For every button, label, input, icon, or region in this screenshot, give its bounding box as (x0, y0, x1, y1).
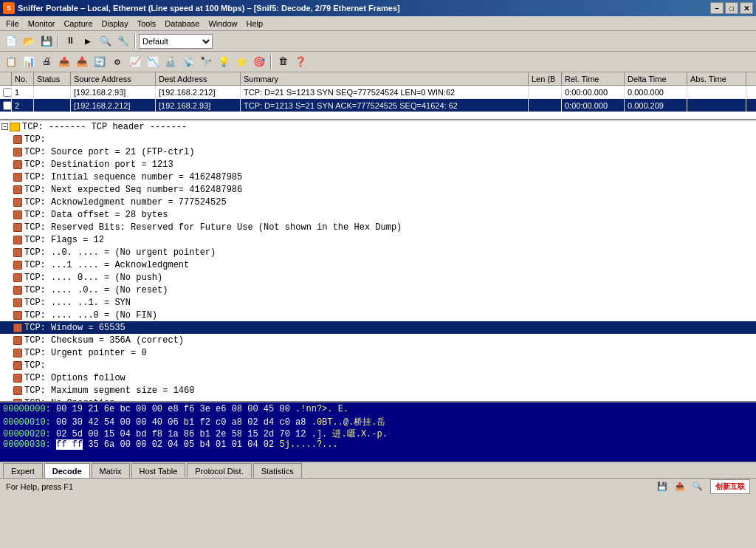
hex-bytes-1: 00 30 42 54 00 00 40 06 b1 f2 c0 a8 02 d… (56, 417, 306, 428)
decode-line-2: TCP: Source port = 21 (FTP-ctrl) (0, 145, 756, 158)
menu-tools[interactable]: Tools (133, 18, 161, 30)
title-bar: S Sniffer Portable – Local, Ethernet (Li… (0, 0, 756, 16)
app-icon: S (3, 2, 15, 14)
menu-monitor[interactable]: Monitor (24, 18, 60, 30)
decode-line-16: TCP: Window = 65535 (0, 321, 756, 334)
tb2-help[interactable]: ❓ (292, 54, 309, 70)
collapse-icon[interactable]: - (1, 123, 8, 130)
book-icon-1 (13, 135, 22, 144)
decode-line-4: TCP: Initial sequence number = 416248798… (0, 171, 756, 183)
hex-offset-1: 00000010: (3, 417, 51, 428)
decode-text-10: TCP: ..0. .... = (No urgent pointer) (24, 247, 216, 258)
menu-help[interactable]: Help (242, 18, 268, 30)
decode-text-5: TCP: Next expected Seq number= 416248798… (24, 185, 242, 195)
tab-expert[interactable]: Expert (3, 463, 43, 478)
decode-line-18: TCP: Urgent pointer = 0 (0, 346, 756, 359)
book-icon-12 (13, 273, 22, 282)
tab-protocol-dist[interactable]: Protocol Dist. (187, 463, 251, 478)
tb2-btn-15[interactable]: 🎯 (251, 54, 267, 70)
tb2-btn-5[interactable]: 📥 (74, 54, 90, 70)
tb2-btn-4[interactable]: 📤 (56, 54, 72, 70)
col-header-rel: Rel. Time (562, 72, 625, 85)
stop-button[interactable]: ⏸ (62, 33, 78, 49)
decode-text-11: TCP: ...1 .... = Acknowledgment (24, 260, 189, 270)
decode-line-9: TCP: Flags = 12 (0, 233, 756, 246)
row2-delta: 0.000.209 (625, 99, 687, 112)
tb2-btn-1[interactable]: 📋 (3, 54, 19, 70)
toolbar-1: 📄 📂 💾 ⏸ ▶ 🔍 🔧 Default (0, 31, 756, 52)
new-button[interactable]: 📄 (3, 33, 19, 49)
save-button[interactable]: 💾 (38, 33, 55, 49)
book-icon-3 (13, 160, 22, 169)
decode-line-17: TCP: Checksum = 356A (correct) (0, 334, 756, 346)
hex-offset-3: 00000030: (3, 439, 51, 450)
decode-line-19: TCP: (0, 359, 756, 371)
row2-no: 2 (12, 99, 34, 112)
decode-line-22: TCP: No-Operation (0, 397, 756, 403)
tab-host-table[interactable]: Host Table (131, 463, 186, 478)
tb2-btn-8[interactable]: 📈 (127, 54, 143, 70)
row2-src: [192.168.2.212] (71, 99, 156, 112)
menu-capture[interactable]: Capture (59, 18, 97, 30)
decode-line-8: TCP: Reserved Bits: Reserved for Future … (0, 221, 756, 233)
close-button[interactable]: ✕ (740, 2, 753, 14)
decode-line-13: TCP: .... .0.. = (No reset) (0, 284, 756, 296)
toolbar-separator-1 (58, 34, 59, 49)
profile-dropdown[interactable]: Default (139, 34, 213, 49)
tb2-btn-10[interactable]: 🔬 (162, 54, 179, 70)
play-button[interactable]: ▶ (80, 33, 96, 49)
tab-statistics[interactable]: Statistics (253, 463, 302, 478)
decode-text-6: TCP: Acknowledgment number = 777524525 (24, 197, 227, 208)
menu-display[interactable]: Display (97, 18, 133, 30)
tb2-btn-16[interactable]: 🗑 (275, 54, 291, 70)
hex-bytes-0: 00 19 21 6e bc 00 00 e8 f6 3e e6 08 00 4… (56, 404, 295, 414)
row1-rel: 0:00:00.000 (562, 86, 625, 98)
col-header-delta: Delta Time (625, 72, 687, 85)
tab-matrix[interactable]: Matrix (92, 463, 130, 478)
decode-text-16: TCP: Window = 65535 (24, 323, 126, 333)
decode-text-12: TCP: .... 0... = (No push) (24, 273, 162, 283)
menu-window[interactable]: Window (204, 18, 241, 30)
row1-no: 1 (12, 86, 34, 98)
menu-file[interactable]: File (1, 18, 24, 30)
decode-text-13: TCP: .... .0.. = (No reset) (24, 285, 168, 295)
tb2-btn-13[interactable]: 💡 (216, 54, 232, 70)
menu-database[interactable]: Database (160, 18, 204, 30)
book-icon-20 (13, 374, 22, 383)
decode-text-20: TCP: Options follow (24, 373, 126, 383)
book-icon-2 (13, 148, 22, 157)
hex-ascii-0: .!nn?>. E. (295, 404, 348, 414)
decode-text-21: TCP: Maximum segment size = 1460 (24, 386, 194, 396)
status-text: For Help, press F1 (6, 482, 73, 491)
open-button[interactable]: 📂 (21, 33, 37, 49)
tb2-btn-6[interactable]: 🔄 (92, 54, 108, 70)
decode-pane[interactable]: - TCP: ------- TCP header ------- TCP: T… (0, 120, 756, 403)
packet-row-1[interactable]: 1 [192.168.2.93] [192.168.2.212] TCP: D=… (0, 86, 756, 99)
row2-checkbox[interactable] (3, 101, 12, 110)
book-icon-16 (13, 323, 22, 332)
tb2-btn-2[interactable]: 📊 (21, 54, 37, 70)
hex-bytes-3: 35 6a 00 00 02 04 05 b4 01 01 04 02 (88, 439, 274, 450)
row1-checkbox[interactable] (3, 88, 12, 97)
decode-text-1: TCP: (24, 134, 46, 145)
minimize-button[interactable]: – (710, 2, 724, 14)
decode-line-1: TCP: (0, 133, 756, 145)
tb2-btn-12[interactable]: 🔭 (198, 54, 214, 70)
tb2-btn-11[interactable]: 📡 (180, 54, 196, 70)
packet-row-2[interactable]: 2 [192.168.2.212] [192.168.2.93] TCP: D=… (0, 99, 756, 112)
status-bar: For Help, press F1 💾 📤 🔍 创新互联 (0, 478, 756, 494)
book-icon-17 (13, 336, 22, 345)
row2-status (34, 99, 71, 112)
tab-decode[interactable]: Decode (44, 463, 90, 478)
hex-line-1: 00000010: 00 30 42 54 00 00 40 06 b1 f2 … (3, 416, 753, 428)
tb2-btn-9[interactable]: 📉 (145, 54, 161, 70)
decode-text-2: TCP: Source port = 21 (FTP-ctrl) (24, 147, 194, 157)
tb2-btn-7[interactable]: ⚙ (109, 54, 126, 70)
tb2-btn-3[interactable]: 🖨 (38, 54, 55, 70)
status-icon-2: 📤 (675, 482, 685, 491)
maximize-button[interactable]: □ (725, 2, 738, 14)
tb2-btn-14[interactable]: ⭐ (233, 54, 250, 70)
search-button[interactable]: 🔍 (97, 33, 114, 49)
book-icon-8 (13, 223, 22, 232)
filter-button[interactable]: 🔧 (115, 33, 131, 49)
